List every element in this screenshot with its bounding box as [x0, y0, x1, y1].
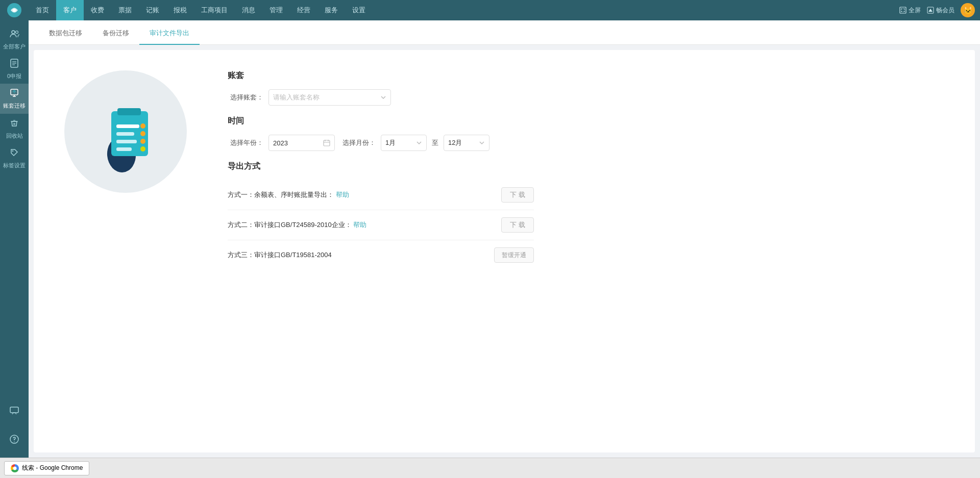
nav-items: 首页 客户 收费 票据 记账 报税 工商项目 消息 管理 经营 服务 设置	[29, 0, 899, 20]
nav-bookkeeping[interactable]: 记账	[139, 0, 166, 20]
svg-rect-23	[116, 132, 134, 136]
method-2-help-link[interactable]: 帮助	[353, 221, 366, 229]
fullscreen-label: 全屏	[909, 6, 921, 15]
recycle-icon	[9, 118, 19, 131]
taskbar-chrome-item[interactable]: 线索 - Google Chrome	[4, 461, 89, 475]
svg-rect-12	[10, 407, 18, 413]
svg-rect-30	[324, 140, 330, 146]
taskbar: 线索 - Google Chrome	[0, 458, 980, 478]
sidebar-label-zero-declare: 0申报	[7, 73, 21, 80]
nav-tax[interactable]: 报税	[166, 0, 194, 20]
method-1-text: 方式一：余额表、序时账批量导出：	[228, 191, 334, 198]
account-label: 选择账套：	[228, 93, 263, 102]
svg-rect-25	[116, 147, 132, 151]
customers-icon	[9, 29, 19, 41]
nav-operation[interactable]: 经营	[290, 0, 317, 20]
sidebar-item-zero-declare[interactable]: 0申报	[0, 54, 29, 84]
export-method-2-label: 方式二：审计接口GB/T24589-2010企业： 帮助	[228, 220, 366, 230]
month-end-value: 12月	[448, 138, 462, 147]
month-start-value: 1月	[385, 138, 396, 147]
year-input[interactable]: 2023	[268, 135, 335, 151]
nav-invoice[interactable]: 票据	[111, 0, 139, 20]
main-layout: 全部客户 0申报 账套迁移	[0, 20, 980, 458]
method-2-text: 方式二：审计接口GB/T24589-2010企业：	[228, 221, 352, 229]
nav-home[interactable]: 首页	[29, 0, 56, 20]
method-3-text: 方式三：审计接口GB/T19581-2004	[228, 251, 332, 259]
sidebar-item-recycle[interactable]: 回收站	[0, 114, 29, 143]
sidebar-chat-button[interactable]	[0, 397, 29, 424]
svg-rect-21	[117, 108, 141, 115]
export-method-3-label: 方式三：审计接口GB/T19581-2004	[228, 250, 332, 260]
account-migration-icon	[9, 88, 19, 100]
top-navigation: 首页 客户 收费 票据 记账 报税 工商项目 消息 管理 经营 服务 设置 全屏…	[0, 0, 980, 20]
sidebar-help-button[interactable]	[0, 426, 29, 452]
content-area: 数据包迁移 备份迁移 审计文件导出	[29, 20, 980, 458]
svg-point-4	[12, 31, 15, 34]
sidebar-bottom	[0, 397, 29, 458]
tab-backup-migration[interactable]: 备份迁移	[92, 22, 139, 45]
time-select-row: 选择年份： 2023 选择月份： 1月	[228, 135, 534, 151]
nav-manage[interactable]: 管理	[262, 0, 290, 20]
nav-business[interactable]: 工商项目	[194, 0, 235, 20]
svg-point-29	[140, 146, 145, 152]
user-avatar[interactable]: 🐱	[961, 3, 975, 17]
svg-point-26	[140, 123, 145, 129]
svg-rect-2	[900, 7, 906, 13]
month-label: 选择月份：	[340, 138, 376, 147]
form-area: 账套 选择账套： 请输入账套名称 时间 选择年份：	[228, 70, 534, 270]
export-section-title: 导出方式	[228, 161, 534, 172]
sidebar-label-tag-settings: 标签设置	[3, 162, 26, 169]
left-sidebar: 全部客户 0申报 账套迁移	[0, 20, 29, 458]
method-3-open-button[interactable]: 暂缓开通	[494, 247, 534, 263]
svg-point-5	[16, 31, 18, 34]
export-method-2: 方式二：审计接口GB/T24589-2010企业： 帮助 下 载	[228, 210, 534, 240]
export-method-1: 方式一：余额表、序时账批量导出： 帮助 下 载	[228, 180, 534, 210]
svg-point-27	[140, 131, 145, 136]
nav-settings[interactable]: 设置	[345, 0, 373, 20]
account-select-row: 选择账套： 请输入账套名称	[228, 89, 534, 106]
nav-fee[interactable]: 收费	[84, 0, 111, 20]
nav-right: 全屏 畅会员 🐱	[899, 3, 975, 17]
svg-rect-24	[116, 140, 137, 143]
app-logo	[5, 1, 23, 19]
export-method-1-label: 方式一：余额表、序时账批量导出： 帮助	[228, 190, 349, 199]
sidebar-item-account-migration[interactable]: 账套迁移	[0, 84, 29, 113]
month-start-select[interactable]: 1月	[381, 135, 427, 151]
year-value: 2023	[273, 139, 288, 147]
svg-point-28	[140, 139, 145, 144]
account-select[interactable]: 请输入账套名称	[268, 89, 391, 106]
export-method-3: 方式三：审计接口GB/T19581-2004 暂缓开通	[228, 240, 534, 270]
chrome-icon	[11, 464, 19, 472]
svg-rect-22	[116, 124, 139, 128]
member-button[interactable]: 畅会员	[927, 6, 954, 15]
nav-service[interactable]: 服务	[317, 0, 345, 20]
export-section: 导出方式	[228, 161, 534, 172]
nav-message[interactable]: 消息	[235, 0, 262, 20]
month-end-select[interactable]: 12月	[444, 135, 489, 151]
member-label: 畅会员	[936, 6, 954, 15]
nav-customer[interactable]: 客户	[56, 0, 84, 20]
sidebar-label-recycle: 回收站	[6, 133, 23, 139]
sub-tabs: 数据包迁移 备份迁移 审计文件导出	[29, 20, 980, 45]
svg-point-1	[13, 9, 16, 12]
time-section: 时间	[228, 116, 534, 127]
tab-audit-export[interactable]: 审计文件导出	[139, 22, 200, 45]
fullscreen-button[interactable]: 全屏	[899, 6, 921, 15]
year-label: 选择年份：	[228, 138, 263, 147]
page-content: 账套 选择账套： 请输入账套名称 时间 选择年份：	[34, 50, 975, 452]
time-section-title: 时间	[228, 116, 534, 127]
sidebar-item-all-customers[interactable]: 全部客户	[0, 24, 29, 54]
sidebar-item-tag-settings[interactable]: 标签设置	[0, 143, 29, 173]
illustration-area	[64, 70, 187, 193]
time-separator: 至	[432, 138, 438, 147]
method-1-download-button[interactable]: 下 载	[501, 187, 534, 203]
method-1-help-link[interactable]: 帮助	[336, 191, 349, 198]
method-2-download-button[interactable]: 下 载	[501, 217, 534, 233]
svg-point-11	[12, 150, 13, 152]
sidebar-label-all-customers: 全部客户	[3, 43, 26, 50]
tab-data-migration[interactable]: 数据包迁移	[39, 22, 92, 45]
sidebar-label-account-migration: 账套迁移	[3, 103, 26, 109]
illustration-circle	[64, 70, 187, 193]
svg-point-14	[14, 441, 15, 442]
zero-declare-icon	[9, 58, 19, 71]
